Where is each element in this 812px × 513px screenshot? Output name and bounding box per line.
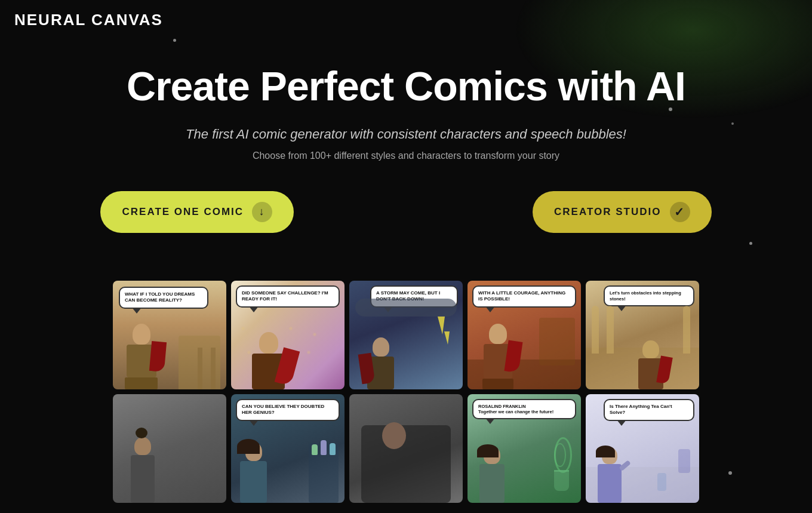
comic-panel-2-3[interactable] [349, 394, 463, 503]
comic-panel-2-4[interactable]: ROSALIND FRANKLINTogether we can change … [467, 394, 581, 503]
comic-panel-2-1[interactable] [113, 394, 226, 503]
comic-panel-1-4[interactable]: WITH A LITTLE COURAGE, ANYTHING IS POSSI… [467, 281, 581, 389]
creator-studio-button[interactable]: CREATOR STUDIO ✓ [533, 191, 711, 233]
cta-buttons-row: CREATE ONE COMIC ↓ CREATOR STUDIO ✓ [12, 191, 800, 233]
header: NEURAL CANVAS [0, 0, 812, 40]
speech-bubble-1-5: Let's turn obstacles into stepping stone… [604, 285, 694, 307]
comics-gallery: WHAT IF I TOLD YOU DREAMS CAN BECOME REA… [0, 281, 812, 503]
speech-bubble-2-5: Is There Anything Tea Can't Solve? [604, 399, 694, 421]
comic-panel-2-2[interactable]: CAN YOU BELIEVE THEY DOUBTED HER GENIUS? [231, 394, 345, 503]
comic-panel-1-1[interactable]: WHAT IF I TOLD YOU DREAMS CAN BECOME REA… [113, 281, 226, 389]
hero-section: Create Perfect Comics with AI The first … [0, 40, 812, 281]
comics-row-1: WHAT IF I TOLD YOU DREAMS CAN BECOME REA… [107, 281, 705, 389]
comics-row-2: CAN YOU BELIEVE THEY DOUBTED HER GENIUS? [107, 394, 705, 503]
hero-title: Create Perfect Comics with AI [12, 64, 800, 109]
comic-panel-1-5[interactable]: Let's turn obstacles into stepping stone… [586, 281, 699, 389]
create-comic-button[interactable]: CREATE ONE COMIC ↓ [100, 191, 294, 233]
hero-subtitle: The first AI comic generator with consis… [12, 127, 800, 142]
arrow-down-icon: ↓ [252, 202, 272, 222]
hero-description: Choose from 100+ different styles and ch… [12, 150, 800, 161]
speech-bubble-2-2: CAN YOU BELIEVE THEY DOUBTED HER GENIUS? [236, 399, 340, 421]
comic-panel-1-3[interactable]: A STORM MAY COME, BUT I DON'T BACK DOWN! [349, 281, 463, 389]
create-comic-label: CREATE ONE COMIC [122, 206, 244, 218]
logo: NEURAL CANVAS [14, 11, 798, 29]
speech-bubble-2-4: ROSALIND FRANKLINTogether we can change … [472, 399, 576, 419]
checkmark-icon: ✓ [670, 202, 690, 222]
speech-bubble-1-4: WITH A LITTLE COURAGE, ANYTHING IS POSSI… [472, 285, 576, 308]
creator-studio-label: CREATOR STUDIO [554, 206, 661, 218]
speech-bubble-1-1: WHAT IF I TOLD YOU DREAMS CAN BECOME REA… [119, 287, 208, 309]
comic-panel-2-5[interactable]: Is There Anything Tea Can't Solve? [586, 394, 699, 503]
comic-panel-1-2[interactable]: DID SOMEONE SAY CHALLENGE? I'M READY FOR… [231, 281, 345, 389]
